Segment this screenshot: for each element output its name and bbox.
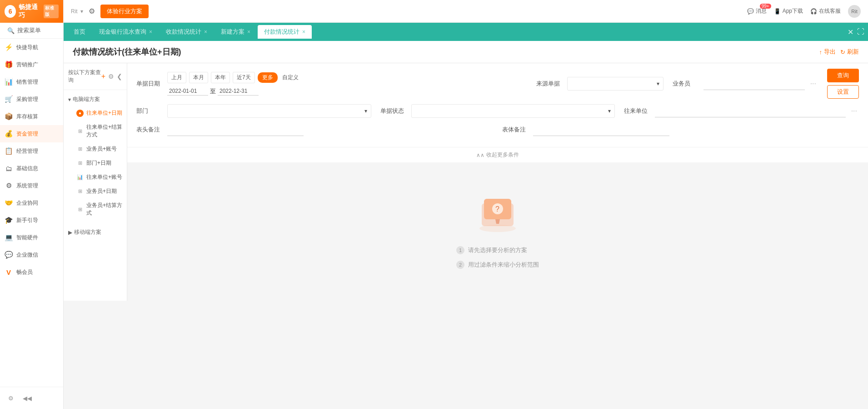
empty-illustration: ? (470, 190, 525, 235)
tab-receipt-stats-close[interactable]: × (204, 29, 207, 35)
notification-action[interactable]: 💬 消息 99+ (747, 7, 767, 15)
plan-item-salesperson-account[interactable]: ⊞ 业务员+账号 (64, 142, 127, 156)
plan-item-label-1: 往来单位+结算方式 (86, 123, 122, 139)
plan-item-salesperson-date[interactable]: ⊞ 业务员+日期 (64, 184, 127, 198)
tab-payment-stats[interactable]: 付款情况统计 × (258, 25, 312, 39)
page-header-actions: ↑ 导出 ↻ 刷新 (819, 48, 859, 56)
date-btn-last-month[interactable]: 上月 (167, 72, 186, 83)
source-label: 来源单据 (536, 80, 564, 88)
filter-panel: 按以下方案查询 + ⚙ ❮ ▾ 电脑端方案 ● (64, 63, 868, 301)
tab-receipt-stats[interactable]: 收款情况统计 × (160, 25, 214, 39)
date-btn-more[interactable]: 更多 (258, 72, 278, 83)
tab-expand-btn[interactable]: ⛶ (857, 28, 864, 36)
sidebar-label-operation: 经营管理 (16, 147, 38, 155)
filter-date-item: 单据日期 上月 本月 本年 近7天 更多 自定义 (136, 72, 527, 96)
tab-cash-flow-close[interactable]: × (149, 29, 152, 35)
dropdown-icon: ▾ (80, 8, 83, 15)
plan-item-counterpart-date[interactable]: ● 往来单位+日期 (64, 106, 127, 120)
search-label: 搜索菜单 (17, 26, 41, 35)
empty-tip-1: 1 请先选择要分析的方案 (456, 244, 539, 256)
tab-home[interactable]: 首页 (67, 25, 92, 39)
sidebar-item-wechat[interactable]: 💬 企业微信 (0, 246, 63, 263)
query-btn[interactable]: 查询 (827, 69, 859, 82)
top-header: Rit ▾ ⚙ 体验行业方案 💬 消息 99+ 📱 App下载 🎧 (64, 0, 868, 23)
status-select[interactable]: ▾ (411, 104, 615, 118)
sidebar-settings-btn[interactable]: ⚙ (5, 392, 17, 404)
plan-item-dept-date[interactable]: ⊞ 部门+日期 (64, 156, 127, 170)
setting-btn[interactable]: 设置 (827, 85, 859, 99)
refresh-btn[interactable]: ↻ 刷新 (840, 48, 859, 56)
sidebar-item-system[interactable]: ⚙ 系统管理 (0, 177, 63, 194)
source-select[interactable]: ▾ (567, 77, 663, 91)
date-start-input[interactable] (167, 87, 208, 96)
sidebar-item-basic-info[interactable]: 🗂 基础信息 (0, 160, 63, 177)
plan-item-counterpart-account[interactable]: 📊 往来单位+账号 (64, 170, 127, 184)
sidebar-search[interactable]: 🔍 搜索菜单 (0, 23, 63, 39)
sidebar-item-guide[interactable]: 🎓 新手引导 (0, 212, 63, 229)
filter-sidebar-title: 按以下方案查询 (68, 69, 101, 84)
export-btn[interactable]: ↑ 导出 (819, 48, 836, 56)
top-header-right: 💬 消息 99+ 📱 App下载 🎧 在线客服 Rit (747, 5, 861, 18)
filter-sidebar-header-actions: + ⚙ ❮ (101, 72, 122, 81)
date-controls: 上月 本月 本年 近7天 更多 自定义 至 (167, 72, 299, 96)
sidebar-item-operation[interactable]: 📋 经营管理 (0, 142, 63, 160)
date-btn-group: 上月 本月 本年 近7天 更多 自定义 (167, 72, 299, 83)
tab-cash-flow-label: 现金银行流水查询 (99, 28, 146, 36)
app-container: 6 畅捷通巧 标准版 🔍 搜索菜单 ⚡ 快捷导航 🎁 营销推广 📊 销售管理 🛒 (0, 0, 868, 409)
plan-item-counterpart-settlement[interactable]: ⊞ 往来单位+结算方式 (64, 120, 127, 142)
collapse-sidebar-btn[interactable]: ❮ (117, 73, 122, 80)
settings-plan-btn[interactable]: ⚙ (108, 73, 114, 80)
plan-section-mobile-label: 移动端方案 (74, 228, 101, 236)
trial-btn[interactable]: 体验行业方案 (100, 5, 149, 18)
filter-form-wrapper: 单据日期 上月 本月 本年 近7天 更多 自定义 (127, 63, 868, 301)
counterpart-ellipsis-btn[interactable]: ··· (849, 107, 859, 115)
tab-close-all-btn[interactable]: ✕ (848, 28, 853, 36)
status-dropdown-icon: ▾ (608, 108, 611, 114)
date-btn-7days[interactable]: 近7天 (233, 72, 255, 83)
salesperson-input[interactable] (703, 77, 805, 90)
service-icon: 🎧 (810, 8, 817, 15)
date-label: 单据日期 (136, 80, 164, 88)
online-service-label: 在线客服 (819, 7, 841, 15)
tab-payment-stats-close[interactable]: × (302, 29, 305, 35)
user-avatar[interactable]: Rit (848, 5, 861, 18)
tab-new-plan[interactable]: 新建方案 × (215, 25, 257, 39)
sidebar-item-inventory[interactable]: 📦 库存核算 (0, 108, 63, 125)
add-plan-btn[interactable]: + (101, 72, 105, 81)
header-settings-btn[interactable]: ⚙ (89, 7, 95, 15)
plan-icon-6: ⊞ (76, 206, 84, 213)
sidebar-item-purchase[interactable]: 🛒 采购管理 (0, 91, 63, 108)
sidebar-item-finance[interactable]: 💰 资金管理 (0, 125, 63, 142)
sidebar-item-vip[interactable]: V 畅会员 (0, 263, 63, 281)
counterpart-input[interactable] (655, 105, 845, 117)
plan-item-salesperson-settlement[interactable]: ⊞ 业务员+结算方式 (64, 198, 127, 220)
export-label: 导出 (824, 48, 836, 56)
online-service-action[interactable]: 🎧 在线客服 (810, 7, 841, 15)
body-note-input[interactable] (533, 123, 669, 136)
tab-new-plan-close[interactable]: × (247, 29, 250, 35)
status-label: 单据状态 (380, 107, 408, 115)
sidebar-item-enterprise[interactable]: 🤝 企业协同 (0, 194, 63, 212)
plan-section-mobile: ▶ 移动端方案 (64, 223, 127, 242)
sidebar-label-vip: 畅会员 (16, 268, 33, 276)
tab-cash-flow[interactable]: 现金银行流水查询 × (93, 25, 159, 39)
date-end-input[interactable] (218, 87, 259, 96)
date-btn-this-month[interactable]: 本月 (189, 72, 208, 83)
sidebar-item-sales[interactable]: 📊 销售管理 (0, 73, 63, 91)
sidebar-item-marketing[interactable]: 🎁 营销推广 (0, 56, 63, 73)
dept-select[interactable]: ▾ (167, 104, 371, 118)
company-selector[interactable]: Rit ▾ (71, 8, 83, 15)
sidebar-item-quick-nav[interactable]: ⚡ 快捷导航 (0, 39, 63, 56)
sidebar-item-hardware[interactable]: 💻 智能硬件 (0, 229, 63, 246)
sidebar-collapse-btn[interactable]: ◀◀ (21, 392, 34, 404)
search-icon: 🔍 (7, 27, 15, 34)
date-btn-this-year[interactable]: 本年 (211, 72, 230, 83)
collapse-bar[interactable]: ∧∧ 收起更多条件 (127, 147, 868, 162)
page-header: 付款情况统计(往来单位+日期) ↑ 导出 ↻ 刷新 (64, 41, 868, 63)
finance-icon: 💰 (5, 130, 13, 138)
salesperson-ellipsis-btn[interactable]: ··· (808, 80, 818, 88)
sidebar-label-marketing: 营销推广 (16, 61, 38, 69)
app-download-action[interactable]: 📱 App下载 (774, 7, 803, 15)
header-note-input[interactable] (167, 123, 304, 136)
plan-item-label-2: 业务员+账号 (86, 145, 117, 153)
